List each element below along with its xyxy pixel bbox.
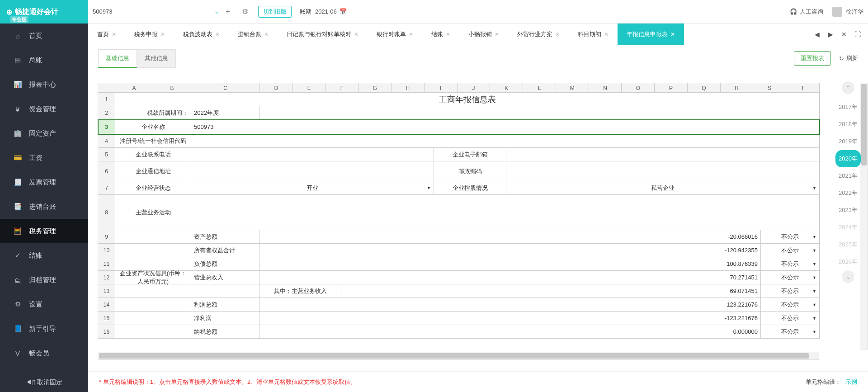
- cell-2-rest[interactable]: [260, 106, 820, 119]
- row-header-3[interactable]: 3: [98, 120, 115, 134]
- input-reg-code[interactable]: [191, 134, 820, 147]
- nav-settings[interactable]: ⚙设置: [0, 292, 88, 316]
- tab-结账[interactable]: 结账✕: [422, 24, 459, 45]
- col-C[interactable]: C: [191, 83, 260, 92]
- period-value[interactable]: 2021-06: [315, 8, 337, 15]
- tab-close-icon[interactable]: ✕: [215, 31, 220, 38]
- select-status[interactable]: 开业: [191, 181, 434, 194]
- year-2019年[interactable]: 2019年: [835, 133, 861, 150]
- tabs-next-icon[interactable]: ▶: [824, 28, 837, 41]
- year-2023年[interactable]: 2023年: [835, 202, 861, 219]
- year-up-icon[interactable]: ⌃: [842, 81, 854, 94]
- tab-进销台账[interactable]: 进销台账✕: [229, 24, 278, 45]
- period-value-cell[interactable]: 2022年度: [191, 106, 260, 119]
- tab-首页[interactable]: 首页✕: [88, 24, 125, 45]
- col-Q[interactable]: Q: [688, 83, 721, 92]
- col-L[interactable]: L: [523, 83, 556, 92]
- row-header-9[interactable]: 9: [98, 230, 115, 243]
- row-header-6[interactable]: 6: [98, 161, 115, 181]
- subtab-其他信息[interactable]: 其他信息: [137, 49, 176, 68]
- value-9[interactable]: -20.066016: [260, 230, 761, 243]
- switch-old-button[interactable]: 切到旧版: [258, 6, 292, 18]
- nav-assets[interactable]: 🏢固定资产: [0, 121, 88, 146]
- vertical-scrollbar[interactable]: [860, 83, 868, 349]
- select-publish-11[interactable]: 不公示: [761, 257, 820, 270]
- fullscreen-icon[interactable]: ⛶: [851, 28, 864, 41]
- calendar-icon[interactable]: 📅: [340, 8, 347, 15]
- value-14[interactable]: -123.221676: [260, 298, 761, 311]
- value-13[interactable]: 69.071451: [341, 284, 761, 298]
- tabs-close-icon[interactable]: ✕: [837, 28, 851, 41]
- col-O[interactable]: O: [622, 83, 655, 92]
- tab-close-icon[interactable]: ✕: [446, 31, 450, 38]
- nav-vip[interactable]: V畅会员: [0, 341, 88, 365]
- col-H[interactable]: H: [392, 83, 425, 92]
- tab-日记账与银行对账单核对[interactable]: 日记账与银行对账单核对✕: [278, 24, 368, 45]
- col-M[interactable]: M: [556, 83, 589, 92]
- row-header-14[interactable]: 14: [98, 298, 115, 311]
- year-2021年[interactable]: 2021年: [835, 167, 861, 184]
- select-publish-12[interactable]: 不公示: [761, 271, 820, 284]
- year-down-icon[interactable]: ⌄: [842, 270, 854, 283]
- tab-close-icon[interactable]: ✕: [112, 31, 116, 38]
- col-E[interactable]: E: [293, 83, 326, 92]
- row-header-8[interactable]: 8: [98, 195, 115, 230]
- tab-close-icon[interactable]: ✕: [604, 31, 609, 38]
- select-all-corner[interactable]: [98, 83, 115, 92]
- horizontal-scrollbar[interactable]: [98, 352, 819, 360]
- nav-salary[interactable]: 💳工资: [0, 146, 88, 170]
- subtab-基础信息[interactable]: 基础信息: [98, 49, 137, 68]
- tab-close-icon[interactable]: ✕: [495, 31, 499, 38]
- col-N[interactable]: N: [589, 83, 622, 92]
- tab-close-icon[interactable]: ✕: [264, 31, 269, 38]
- year-2017年[interactable]: 2017年: [835, 99, 861, 116]
- value-11[interactable]: 100.876339: [260, 257, 761, 270]
- select-publish-14[interactable]: 不公示: [761, 298, 820, 311]
- example-link[interactable]: 示例: [845, 378, 857, 385]
- user-menu[interactable]: 徐泽华: [832, 7, 863, 17]
- row-header-10[interactable]: 10: [98, 244, 115, 257]
- col-F[interactable]: F: [326, 83, 359, 92]
- nav-psi[interactable]: 📑进销台账: [0, 194, 88, 219]
- col-G[interactable]: G: [359, 83, 392, 92]
- col-J[interactable]: J: [458, 83, 491, 92]
- tabs-prev-icon[interactable]: ◀: [810, 28, 824, 41]
- nav-tax[interactable]: 🧮税务管理: [0, 219, 88, 243]
- nav-ledger[interactable]: ▤总账: [0, 48, 88, 72]
- nav-invoice[interactable]: 🧾发票管理: [0, 170, 88, 194]
- col-B[interactable]: B: [153, 83, 191, 92]
- select-publish-16[interactable]: 不公示: [761, 325, 820, 338]
- tab-外贸行业方案[interactable]: 外贸行业方案✕: [508, 24, 569, 45]
- consult-button[interactable]: 🎧 人工咨询: [790, 8, 823, 16]
- tab-银行对账单[interactable]: 银行对账单✕: [368, 24, 422, 45]
- row-header-13[interactable]: 13: [98, 284, 115, 298]
- tab-税务申报[interactable]: 税务申报✕: [125, 24, 174, 45]
- reset-report-button[interactable]: 重置报表: [794, 51, 831, 66]
- select-publish-15[interactable]: 不公示: [761, 312, 820, 325]
- tab-close-icon[interactable]: ✕: [555, 31, 560, 38]
- value-12[interactable]: 70.271451: [260, 271, 761, 284]
- col-A[interactable]: A: [115, 83, 153, 92]
- row-header-2[interactable]: 2: [98, 106, 115, 119]
- col-D[interactable]: D: [260, 83, 293, 92]
- row-header-7[interactable]: 7: [98, 181, 115, 194]
- tab-close-icon[interactable]: ✕: [354, 31, 359, 38]
- gear-icon[interactable]: ⚙: [239, 6, 251, 18]
- nav-home[interactable]: ⌂首页: [0, 24, 88, 48]
- select-publish-13[interactable]: 不公示: [761, 284, 820, 298]
- nav-funds[interactable]: ¥资金管理: [0, 97, 88, 121]
- row-header-16[interactable]: 16: [98, 325, 115, 338]
- add-icon[interactable]: ＋: [222, 6, 234, 18]
- nav-guide[interactable]: 📘新手引导: [0, 316, 88, 341]
- nav-archive[interactable]: 🗂归档管理: [0, 268, 88, 292]
- input-phone[interactable]: [191, 148, 434, 161]
- nav-close[interactable]: ✓结账: [0, 243, 88, 268]
- tab-close-icon[interactable]: ✕: [670, 31, 675, 38]
- tab-科目期初[interactable]: 科目期初✕: [569, 24, 618, 45]
- col-T[interactable]: T: [786, 83, 819, 92]
- input-postcode[interactable]: [506, 161, 820, 181]
- input-company-name[interactable]: 500973: [191, 120, 820, 134]
- nav-reports[interactable]: 📊报表中心: [0, 72, 88, 97]
- tab-年报信息申报表[interactable]: 年报信息申报表✕: [618, 24, 684, 45]
- col-K[interactable]: K: [490, 83, 523, 92]
